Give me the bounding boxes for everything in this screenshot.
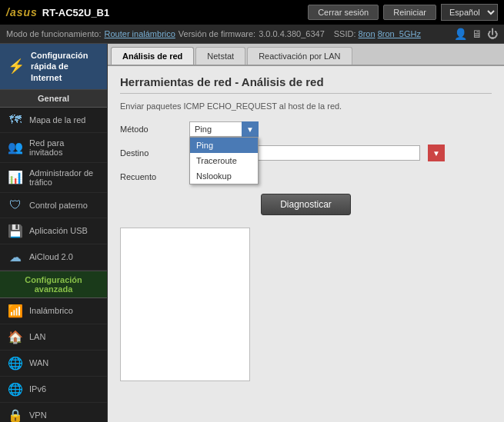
close-session-button[interactable]: Cerrar sesión: [308, 5, 379, 20]
traffic-label: Administrador de tráfico: [29, 168, 99, 187]
sidebar-item-guest-network[interactable]: 👥 Red para invitados: [0, 133, 107, 163]
firmware-label: Versión de firmware:: [179, 29, 255, 38]
page-content: Herramientas de red - Análisis de red En…: [108, 66, 504, 422]
dest-dropdown-arrow[interactable]: ▼: [428, 145, 445, 161]
method-option-ping[interactable]: Ping: [190, 138, 258, 153]
sidebar: ⚡ Configuraciónrápida de Internet Genera…: [0, 44, 108, 422]
section-general: General: [0, 89, 107, 108]
dest-label: Destino: [120, 148, 182, 158]
tabs-bar: Análisis de red Netstat Reactivación por…: [108, 44, 504, 66]
method-dropdown-menu: Ping Traceroute Nslookup: [189, 137, 259, 184]
network-map-label: Mapa de la red: [29, 115, 85, 125]
aicloud-label: AiCloud 2.0: [29, 252, 73, 261]
mode-link[interactable]: Router inalámbrico: [105, 29, 175, 38]
sidebar-item-wan[interactable]: 🌐 WAN: [0, 351, 107, 377]
wireless-label: Inalámbrico: [29, 306, 73, 315]
wan-label: WAN: [29, 358, 48, 367]
parental-icon: 🛡: [8, 198, 23, 212]
asus-logo: /asus: [6, 6, 38, 18]
parental-label: Control paterno: [29, 201, 88, 210]
aicloud-icon: ☁: [8, 250, 23, 264]
sidebar-item-wireless[interactable]: 📶 Inalámbrico: [0, 298, 107, 324]
sidebar-item-vpn[interactable]: 🔒 VPN: [0, 403, 107, 422]
diag-btn-row: Diagnosticar: [120, 194, 492, 215]
ipv6-label: IPv6: [29, 384, 46, 394]
content-area: Análisis de red Netstat Reactivación por…: [108, 44, 504, 422]
guest-network-icon: 👥: [8, 140, 23, 155]
sidebar-item-ipv6[interactable]: 🌐 IPv6: [0, 377, 107, 403]
restart-button[interactable]: Reiniciar: [383, 5, 436, 20]
ssid1-link[interactable]: 8ron: [359, 29, 375, 38]
method-row: Método Ping ▼ Ping Traceroute Nslookup: [120, 121, 492, 137]
vpn-label: VPN: [29, 410, 47, 420]
section-advanced: Configuración avanzada: [0, 271, 107, 298]
mode-bar: Modo de funcionamiento: Router inalámbri…: [0, 25, 504, 44]
dest-row: Destino ▼: [120, 145, 492, 161]
logo-area: /asus RT-AC52U_B1: [6, 6, 109, 18]
sidebar-item-traffic[interactable]: 📊 Administrador de tráfico: [0, 163, 107, 193]
method-option-traceroute[interactable]: Traceroute: [190, 153, 258, 168]
method-option-nslookup[interactable]: Nslookup: [190, 168, 258, 184]
top-bar: /asus RT-AC52U_B1 Cerrar sesión Reinicia…: [0, 0, 504, 25]
wireless-icon: 📶: [8, 304, 23, 318]
main-layout: ⚡ Configuraciónrápida de Internet Genera…: [0, 44, 504, 422]
monitor-icon[interactable]: 🖥: [472, 28, 482, 40]
vpn-icon: 🔒: [8, 408, 23, 422]
guest-network-label: Red para invitados: [29, 138, 99, 157]
language-select[interactable]: Español: [441, 4, 498, 21]
top-buttons: Cerrar sesión Reiniciar Español: [308, 4, 498, 21]
lan-label: LAN: [29, 332, 45, 341]
ssid-info: SSID: 8ron 8ron_5GHz: [334, 29, 421, 38]
model-name: RT-AC52U_B1: [42, 7, 109, 18]
method-select-container[interactable]: Ping ▼ Ping Traceroute Nslookup: [189, 121, 259, 137]
sidebar-item-lan[interactable]: 🏠 LAN: [0, 324, 107, 351]
usb-label: Aplicación USB: [29, 226, 88, 235]
quick-internet-label: Configuraciónrápida de Internet: [31, 50, 99, 83]
sidebar-item-usb[interactable]: 💾 Aplicación USB: [0, 218, 107, 244]
ssid-label: SSID:: [334, 29, 356, 38]
ssid2-link[interactable]: 8ron_5GHz: [378, 29, 421, 38]
count-row: Recuento: [120, 169, 492, 184]
top-icons: 👤 🖥 ⏻: [454, 28, 498, 40]
power-icon[interactable]: ⏻: [487, 28, 498, 40]
wan-icon: 🌐: [8, 356, 23, 370]
firmware-version: 3.0.0.4.380_6347: [259, 29, 325, 38]
sidebar-item-aicloud[interactable]: ☁ AiCloud 2.0: [0, 244, 107, 271]
sidebar-item-network-map[interactable]: 🗺 Mapa de la red: [0, 108, 107, 133]
lan-icon: 🏠: [8, 330, 23, 344]
ipv6-icon: 🌐: [8, 382, 23, 397]
usb-icon: 💾: [8, 224, 23, 238]
page-title: Herramientas de red - Análisis de red: [120, 75, 492, 94]
mode-label: Modo de funcionamiento:: [6, 29, 102, 38]
network-map-icon: 🗺: [8, 113, 23, 127]
sidebar-item-parental[interactable]: 🛡 Control paterno: [0, 193, 107, 218]
method-value: Ping: [195, 125, 212, 134]
page-description: Enviar paquetes ICMP ECHO_REQUEST al hos…: [120, 101, 492, 111]
traffic-icon: 📊: [8, 170, 23, 184]
diagnosticar-button[interactable]: Diagnosticar: [261, 194, 351, 215]
tab-netstat[interactable]: Netstat: [195, 47, 245, 65]
method-label: Método: [120, 125, 182, 134]
sidebar-quick-internet[interactable]: ⚡ Configuraciónrápida de Internet: [0, 44, 107, 89]
method-select-display[interactable]: Ping: [189, 121, 259, 137]
quick-internet-icon: ⚡: [8, 58, 25, 75]
count-label: Recuento: [120, 172, 182, 181]
user-icon[interactable]: 👤: [454, 28, 467, 40]
tab-analisis[interactable]: Análisis de red: [111, 47, 194, 65]
output-area[interactable]: [120, 228, 250, 381]
tab-reactivacion[interactable]: Reactivación por LAN: [247, 47, 352, 65]
